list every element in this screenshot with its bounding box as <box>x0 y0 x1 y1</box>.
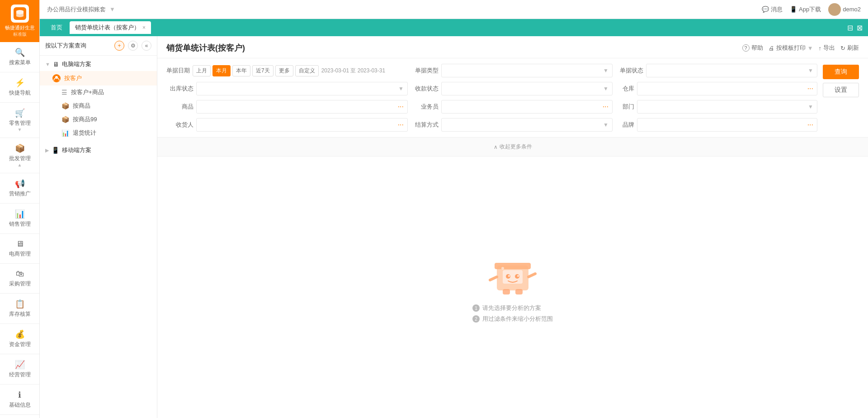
settlement-select[interactable]: ▼ <box>441 118 613 132</box>
mobile-expand-icon: ▶ <box>45 147 49 153</box>
by-product-icon: 📦 <box>61 102 69 109</box>
sidebar-item-system[interactable]: ⚙ 系统管理 <box>0 415 39 418</box>
setting-btn[interactable]: 设置 <box>823 83 859 97</box>
scheme-item-by-product-99[interactable]: 📦 按商品99 <box>40 113 157 126</box>
scheme-collapse-btn[interactable]: « <box>142 41 151 51</box>
header-dropdown-icon[interactable]: ▼ <box>109 6 115 13</box>
query-btn[interactable]: 查询 <box>823 65 859 79</box>
mobile-label: 移动端方案 <box>62 146 91 154</box>
receipt-status-select[interactable]: ▼ <box>441 82 613 95</box>
header-right: 💬 消息 📱 App下载 demo2 <box>762 3 861 16</box>
tab-sales-stats[interactable]: 销货单统计表（按客户） × <box>70 21 151 34</box>
avatar <box>828 3 841 16</box>
app-download-btn[interactable]: 📱 App下载 <box>790 5 821 14</box>
date-this-year-btn[interactable]: 本年 <box>232 65 250 76</box>
sidebar-item-basic[interactable]: ℹ 基础信息 <box>0 385 39 415</box>
tab-close-icon[interactable]: × <box>142 24 146 31</box>
sidebar-item-retail[interactable]: 🛒 零售管理 ▼ <box>0 103 39 138</box>
brand-input[interactable]: ··· <box>637 118 817 132</box>
user-menu[interactable]: demo2 <box>828 3 861 16</box>
scheme-settings-btn[interactable]: ⚙ <box>128 41 138 51</box>
sidebar-item-label: 营销推广 <box>9 190 31 198</box>
sidebar-item-label: 快捷导航 <box>9 89 31 97</box>
date-last-month-btn[interactable]: 上月 <box>193 65 211 76</box>
sidebar-item-inventory[interactable]: 📋 库存核算 <box>0 294 39 324</box>
mobile-icon: 📱 <box>52 147 59 154</box>
print-dropdown-icon: ▼ <box>807 45 813 52</box>
by-customer-icon <box>52 74 61 82</box>
empty-svg <box>486 252 540 297</box>
sidebar-item-operation[interactable]: 📈 经营管理 <box>0 354 39 385</box>
warehouse-label: 仓库 <box>616 85 634 93</box>
template-print-btn[interactable]: 🖨 按模板打印 ▼ <box>769 44 813 52</box>
doc-type-select[interactable]: ▼ <box>441 64 613 77</box>
basic-icon: ℹ <box>18 390 21 400</box>
tab-minimize-btn[interactable]: ⊟ <box>847 24 853 32</box>
brand-dots[interactable]: ··· <box>807 121 813 129</box>
receipt-status-chevron: ▼ <box>603 86 609 92</box>
department-select[interactable]: ▼ <box>637 100 817 114</box>
sidebar-item-quick-nav[interactable]: ⚡ 快捷导航 <box>0 72 39 103</box>
tab-maximize-btn[interactable]: ⊠ <box>857 24 863 32</box>
tab-bar-right: ⊟ ⊠ <box>847 24 863 32</box>
scheme-add-btn[interactable]: + <box>114 41 124 51</box>
sidebar-item-wholesale[interactable]: 📦 批发管理 ▲ <box>0 138 39 173</box>
content-area: 按以下方案查询 + ⚙ « ▼ 🖥 <box>40 36 868 418</box>
filter-row-3: 商品 ··· 业务员 ··· <box>166 100 817 114</box>
sidebar-item-finance[interactable]: 💰 资金管理 <box>0 324 39 354</box>
empty-hint-1: 1 请先选择要分析的方案 <box>472 304 553 312</box>
date-last-7days-btn[interactable]: 近7天 <box>252 65 274 76</box>
svg-rect-10 <box>515 289 523 294</box>
action-btns: 查询 设置 <box>823 64 859 132</box>
sidebar: 畅捷通好生意 标准版 🔍 搜索菜单 ⚡ 快捷导航 🛒 零售管理 ▼ 📦 批发管理… <box>0 0 40 418</box>
filter-row-1: 单据日期 上月 本月 本年 近7天 更多 自定义 2023-03-01 至 20… <box>166 64 817 77</box>
warehouse-dots[interactable]: ··· <box>807 85 813 93</box>
scheme-item-by-customer[interactable]: 按客户 <box>40 71 157 86</box>
brand-label: 品牌 <box>616 121 634 129</box>
date-custom-btn[interactable]: 自定义 <box>295 65 319 76</box>
ecommerce-icon: 🖥 <box>16 239 24 249</box>
sidebar-item-marketing[interactable]: 📢 营销推广 <box>0 173 39 204</box>
filter-area: 单据日期 上月 本月 本年 近7天 更多 自定义 2023-03-01 至 20… <box>157 58 868 138</box>
collapse-bar[interactable]: ∧ 收起更多条件 <box>157 138 868 157</box>
help-btn[interactable]: ? 帮助 <box>742 44 763 52</box>
recipient-input[interactable]: ··· <box>196 118 408 132</box>
sidebar-item-search[interactable]: 🔍 搜索菜单 <box>0 42 39 72</box>
date-this-month-btn[interactable]: 本月 <box>212 65 231 76</box>
date-more-btn[interactable]: 更多 <box>275 65 293 76</box>
customer-product-icon: ☰ <box>61 89 67 96</box>
collapse-btn[interactable]: ∧ 收起更多条件 <box>486 141 539 152</box>
doc-status-select[interactable]: ▼ <box>646 64 817 77</box>
scheme-mobile-header[interactable]: ▶ 📱 移动端方案 <box>40 143 157 157</box>
salesperson-input[interactable]: ··· <box>441 100 613 114</box>
salesperson-dots[interactable]: ··· <box>603 103 609 111</box>
sidebar-item-sales[interactable]: 📊 销售管理 <box>0 204 39 234</box>
warehouse-input[interactable]: ··· <box>637 82 817 95</box>
product-dots[interactable]: ··· <box>398 103 404 111</box>
scheme-header-title: 按以下方案查询 <box>45 42 86 50</box>
scheme-item-by-product[interactable]: 📦 按商品 <box>40 99 157 113</box>
purchase-icon: 🛍 <box>16 269 24 279</box>
sidebar-item-purchase[interactable]: 🛍 采购管理 <box>0 264 39 294</box>
sales-icon: 📊 <box>15 209 25 219</box>
product-input[interactable]: ··· <box>196 100 408 114</box>
search-icon: 🔍 <box>15 48 25 57</box>
scheme-item-by-customer-product[interactable]: ☰ 按客户+商品 <box>40 86 157 99</box>
out-status-select[interactable]: ▼ <box>196 82 408 95</box>
svg-point-11 <box>501 267 504 270</box>
recipient-dots[interactable]: ··· <box>398 121 404 129</box>
message-btn[interactable]: 💬 消息 <box>762 5 783 14</box>
tab-home[interactable]: 首页 <box>45 21 68 34</box>
main-area: 办公用品行业模拟账套 ▼ 💬 消息 📱 App下载 demo2 首页 销货单统计… <box>40 0 868 418</box>
scheme-desktop-header[interactable]: ▼ 🖥 电脑端方案 <box>40 57 157 71</box>
sidebar-item-label: 库存核算 <box>9 310 31 318</box>
scheme-item-return-stats[interactable]: 📊 退货统计 <box>40 126 157 140</box>
settlement-group: 结算方式 ▼ <box>411 118 613 132</box>
svg-point-8 <box>517 275 519 277</box>
recipient-label: 收货人 <box>166 121 193 129</box>
recipient-group: 收货人 ··· <box>166 118 408 132</box>
refresh-btn[interactable]: ↻ 刷新 <box>840 44 859 52</box>
empty-hint-2: 2 用过滤条件来缩小分析范围 <box>472 315 553 323</box>
export-btn[interactable]: ↑ 导出 <box>819 44 835 52</box>
sidebar-item-ecommerce[interactable]: 🖥 电商管理 <box>0 234 39 264</box>
